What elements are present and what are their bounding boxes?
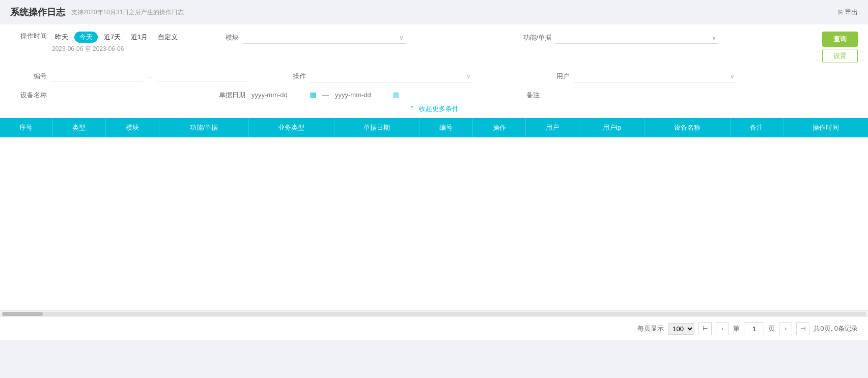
number-dash: — <box>147 73 153 80</box>
scrollbar-track[interactable] <box>2 312 866 316</box>
page-post-label: 页 <box>768 324 775 333</box>
module-select-wrap[interactable]: ∨ <box>243 32 406 44</box>
collapse-up-icon: ⌃ <box>409 105 415 112</box>
date-label: 单据日期 <box>209 91 249 100</box>
func-input[interactable] <box>557 33 712 42</box>
prev-page-button[interactable]: ‹ <box>716 322 729 335</box>
horizontal-scrollbar[interactable] <box>0 310 868 316</box>
col-op-time: 操作时间 <box>783 118 868 137</box>
col-module: 模块 <box>106 118 159 137</box>
data-table: 序号 类型 模块 功能/单据 业务类型 单据日期 编号 操作 用户 用户ip 设… <box>0 118 868 137</box>
time-btn-7days[interactable]: 近7天 <box>100 32 125 43</box>
col-user: 用户 <box>526 118 579 137</box>
export-button[interactable]: ⎘ 导出 <box>838 8 858 17</box>
table-section: 序号 类型 模块 功能/单据 业务类型 单据日期 编号 操作 用户 用户ip 设… <box>0 118 868 310</box>
collapse-label: 收起更多条件 <box>419 105 459 112</box>
page-size-label: 每页显示 <box>637 324 664 333</box>
operation-label: 操作 <box>269 72 310 81</box>
table-header-row: 序号 类型 模块 功能/单据 业务类型 单据日期 编号 操作 用户 用户ip 设… <box>0 118 868 137</box>
scrollbar-thumb[interactable] <box>2 312 43 316</box>
empty-area <box>0 137 868 310</box>
date-to-input[interactable] <box>335 91 391 99</box>
pagination-bar: 每页显示 100 50 200 ⊢ ‹ 第 1 页 › ⊣ 共0页, 0条记录 <box>0 316 868 340</box>
col-number: 编号 <box>419 118 472 137</box>
number-to-input[interactable] <box>157 71 249 81</box>
col-func: 功能/单据 <box>159 118 248 137</box>
page-subtitle: 支持2020年10月31日之后产生的操作日志 <box>71 8 184 17</box>
func-label: 功能/单据 <box>515 33 555 42</box>
page-pre-label: 第 <box>733 324 740 333</box>
operation-input[interactable] <box>312 71 466 81</box>
action-buttons: 查询 设置 <box>822 32 858 63</box>
user-label: 用户 <box>533 72 574 81</box>
user-select-wrap[interactable]: ∨ <box>574 70 737 82</box>
col-user-ip: 用户ip <box>579 118 645 137</box>
device-label: 设备名称 <box>10 91 51 100</box>
operation-select-wrap[interactable]: ∨ <box>310 70 473 82</box>
func-dropdown-arrow: ∨ <box>712 34 716 41</box>
page-input[interactable]: 1 <box>744 322 764 335</box>
col-biz-type: 业务类型 <box>249 118 334 137</box>
filter-panel: 操作时间 昨天 今天 近7天 近1月 自定义 2023-06-06 至 2023… <box>0 24 868 100</box>
next-page-button[interactable]: › <box>779 322 792 335</box>
page-title: 系统操作日志 <box>10 6 65 18</box>
time-btn-yesterday[interactable]: 昨天 <box>51 32 72 43</box>
date-from-input[interactable] <box>251 91 307 99</box>
col-type: 类型 <box>52 118 105 137</box>
func-select-wrap[interactable]: ∨ <box>555 32 718 44</box>
remark-input[interactable] <box>544 90 707 100</box>
page-size-select[interactable]: 100 50 200 <box>668 323 694 335</box>
time-range-display: 2023-06-06 至 2023-06-06 <box>52 45 124 53</box>
operation-dropdown-arrow: ∨ <box>466 73 471 80</box>
time-filter-group: 昨天 今天 近7天 近1月 自定义 2023-06-06 至 2023-06-0… <box>51 32 182 53</box>
date-to-wrap[interactable]: ▦ <box>333 90 402 100</box>
collapse-bar[interactable]: ⌃ 收起更多条件 <box>0 100 868 118</box>
module-dropdown-arrow: ∨ <box>399 34 404 41</box>
device-input[interactable] <box>51 90 188 100</box>
time-btn-today[interactable]: 今天 <box>74 32 98 43</box>
number-from-input[interactable] <box>51 71 143 81</box>
total-info: 共0页, 0条记录 <box>814 324 858 333</box>
settings-button[interactable]: 设置 <box>822 49 858 63</box>
col-remark: 备注 <box>730 118 783 137</box>
time-btn-1month[interactable]: 近1月 <box>127 32 152 43</box>
col-index: 序号 <box>0 118 52 137</box>
time-label: 操作时间 <box>10 32 51 41</box>
col-doc-date: 单据日期 <box>334 118 419 137</box>
remark-label: 备注 <box>503 91 544 100</box>
calendar-to-icon[interactable]: ▦ <box>393 91 400 99</box>
user-input[interactable] <box>576 71 730 81</box>
last-page-button[interactable]: ⊣ <box>796 322 809 335</box>
time-btn-custom[interactable]: 自定义 <box>154 32 182 43</box>
module-input[interactable] <box>245 33 399 42</box>
calendar-from-icon[interactable]: ▦ <box>310 91 316 99</box>
first-page-button[interactable]: ⊢ <box>698 322 712 335</box>
page-header: 系统操作日志 支持2020年10月31日之后产生的操作日志 ⎘ 导出 <box>0 0 868 24</box>
module-label: 模块 <box>202 33 243 42</box>
col-device: 设备名称 <box>645 118 730 137</box>
date-from-wrap[interactable]: ▦ <box>249 90 318 100</box>
number-label: 编号 <box>10 72 51 81</box>
date-dash: — <box>322 91 329 99</box>
query-button[interactable]: 查询 <box>822 32 858 47</box>
col-operation: 操作 <box>472 118 525 137</box>
export-label: 导出 <box>845 8 858 17</box>
user-dropdown-arrow: ∨ <box>730 73 735 80</box>
export-icon: ⎘ <box>838 9 843 16</box>
